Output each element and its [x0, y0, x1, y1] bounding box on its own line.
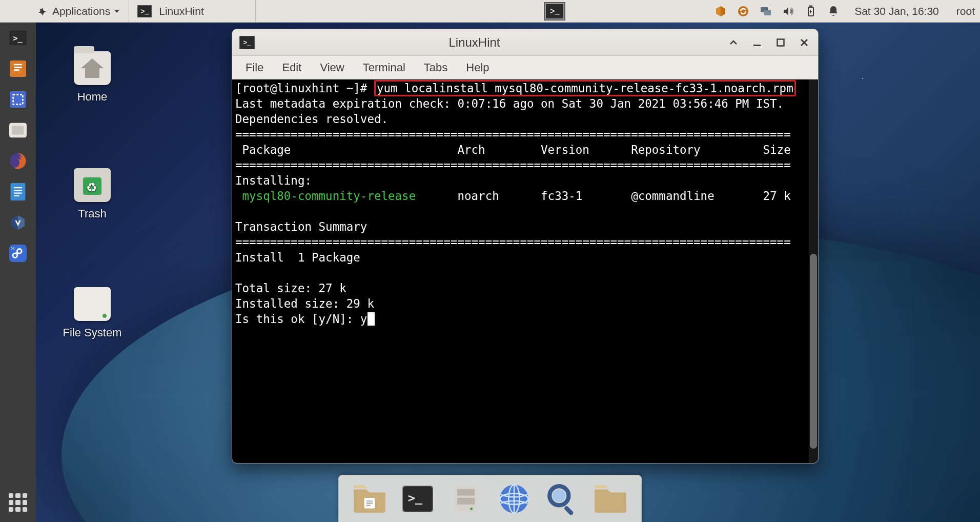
taskbar-item-label: LinuxHint	[159, 5, 204, 17]
desktop-icon-label: Home	[56, 90, 128, 104]
terminal-package-version: fc33-1	[541, 189, 582, 203]
svg-rect-7	[10, 61, 26, 77]
dock-document[interactable]	[7, 182, 29, 202]
display-tray-icon[interactable]	[758, 4, 773, 19]
user-menu-label[interactable]: root	[952, 5, 975, 17]
menu-view[interactable]: View	[312, 58, 352, 77]
desktop-icon-label: Trash	[56, 207, 128, 220]
svg-point-24	[470, 507, 473, 510]
bottom-dock: >_	[338, 475, 642, 522]
menu-terminal[interactable]: Terminal	[355, 58, 414, 77]
svg-rect-2	[764, 10, 771, 15]
terminal-divider: ========================================…	[235, 235, 791, 249]
minimize-icon	[753, 38, 761, 47]
window-titlebar[interactable]: >_ LinuxHint	[232, 29, 818, 56]
chevron-up-icon	[729, 38, 738, 47]
svg-rect-30	[563, 505, 574, 515]
notification-bell-icon[interactable]	[826, 4, 841, 19]
trash-icon: ♻	[74, 168, 111, 202]
dock-text-editor[interactable]	[7, 58, 29, 79]
menu-help[interactable]: Help	[458, 58, 497, 77]
terminal-divider: ========================================…	[235, 128, 791, 141]
bdock-disk-utility[interactable]	[446, 479, 485, 518]
terminal-installed-size: Installed size: 29 k	[235, 297, 374, 310]
dock-terminal[interactable]: >_	[7, 28, 29, 48]
terminal-package-name: mysql80-community-release	[235, 189, 416, 203]
terminal-output-line: Last metadata expiration check: 0:07:16 …	[235, 97, 784, 110]
svg-rect-17	[778, 39, 784, 46]
clock[interactable]: Sat 30 Jan, 16:30	[848, 5, 945, 17]
window-close-button[interactable]	[798, 36, 811, 49]
terminal-header-repo: Repository	[631, 143, 700, 156]
terminal-menubar: File Edit View Terminal Tabs Help	[232, 56, 818, 79]
svg-rect-23	[457, 497, 475, 504]
window-maximize-button[interactable]	[774, 36, 787, 49]
update-tray-icon[interactable]	[736, 4, 751, 19]
svg-rect-11	[12, 126, 24, 135]
bdock-documents-folder[interactable]	[350, 479, 389, 518]
terminal-window: >_ LinuxHint File Edit View Terminal Tab…	[232, 29, 819, 464]
svg-rect-8	[10, 91, 26, 108]
terminal-package-repo: @commandline	[631, 189, 714, 203]
bdock-terminal[interactable]: >_	[398, 479, 437, 518]
close-icon	[800, 38, 808, 47]
volume-tray-icon[interactable]	[781, 4, 796, 19]
window-shade-button[interactable]	[727, 36, 740, 49]
home-folder-icon	[74, 51, 111, 85]
terminal-header-size: Size	[763, 143, 791, 156]
terminal-command-highlighted: yum localinstall mysql80-community-relea…	[374, 80, 796, 96]
system-tray: Sat 30 Jan, 16:30 root	[701, 0, 980, 22]
taskbar-item-linuxhint[interactable]: >_ LinuxHint	[129, 0, 256, 22]
terminal-cursor	[368, 312, 375, 326]
svg-text:64: 64	[11, 247, 15, 251]
drive-icon	[74, 287, 111, 321]
titlebar-terminal-icon: >_	[239, 36, 255, 49]
dock-screenshot[interactable]	[7, 89, 29, 110]
svg-rect-13	[11, 183, 26, 200]
terminal-header-version: Version	[541, 143, 589, 156]
package-tray-icon[interactable]	[713, 4, 728, 19]
menu-tabs[interactable]: Tabs	[416, 58, 456, 77]
svg-text:>_: >_	[408, 491, 423, 505]
svg-rect-22	[457, 489, 475, 495]
terminal-scrollbar-thumb[interactable]	[810, 254, 817, 449]
applications-label: Applications	[52, 5, 110, 17]
desktop-icon-trash[interactable]: ♻ Trash	[56, 168, 128, 220]
bdock-browser[interactable]	[495, 479, 534, 518]
terminal-header-arch: Arch	[457, 143, 485, 156]
dock-firefox[interactable]	[7, 151, 29, 171]
svg-rect-16	[753, 45, 761, 46]
menu-file[interactable]: File	[237, 58, 272, 77]
dock-virtualbox[interactable]	[7, 212, 29, 233]
terminal-prompt: [root@linuxhint ~]#	[235, 82, 367, 95]
terminal-package-size: 27 k	[763, 189, 791, 203]
terminal-body[interactable]: [root@linuxhint ~]# yum localinstall mys…	[232, 79, 818, 463]
bdock-search[interactable]	[543, 479, 582, 518]
terminal-package-arch: noarch	[457, 189, 499, 203]
workspace-switcher-terminal[interactable]: >_	[544, 2, 565, 21]
terminal-confirm-input: y	[360, 312, 368, 326]
terminal-installing-label: Installing:	[235, 174, 312, 187]
terminal-transaction-summary: Transaction Summary	[235, 220, 367, 233]
terminal-header-package: Package	[235, 143, 291, 156]
menu-edit[interactable]: Edit	[274, 58, 310, 77]
dock-fedora[interactable]: 64	[7, 243, 29, 264]
terminal-install-count: Install 1 Package	[235, 251, 360, 264]
applications-menu[interactable]: Applications	[0, 0, 129, 22]
left-launcher-dock: >_ 64	[0, 0, 36, 522]
window-minimize-button[interactable]	[750, 36, 764, 49]
terminal-confirm-prompt: Is this ok [y/N]:	[235, 312, 360, 326]
terminal-divider: ========================================…	[235, 158, 791, 172]
dock-app-grid[interactable]	[9, 493, 27, 512]
svg-point-29	[553, 489, 565, 502]
bdock-folder[interactable]	[591, 479, 630, 518]
terminal-scrollbar[interactable]	[809, 79, 818, 463]
desktop-icon-home[interactable]: Home	[56, 51, 128, 104]
dock-files[interactable]	[7, 120, 29, 140]
battery-tray-icon[interactable]	[803, 4, 819, 19]
desktop-icon-label: File System	[56, 326, 128, 339]
terminal-total-size: Total size: 27 k	[235, 282, 346, 295]
menu-chevron-icon	[114, 9, 119, 14]
top-panel: Applications >_ LinuxHint >_ Sat 30 Jan,…	[0, 0, 980, 23]
desktop-icon-filesystem[interactable]: File System	[56, 287, 128, 339]
